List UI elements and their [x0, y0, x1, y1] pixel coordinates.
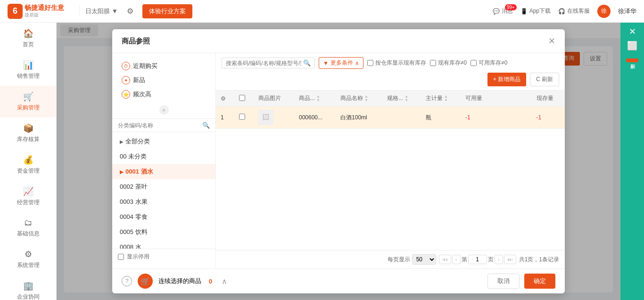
- sidebar-item-business[interactable]: 📈 经营管理: [0, 181, 56, 212]
- product-table-wrapper: ⚙ 商品图片 商品... ▲▼: [216, 91, 565, 250]
- category-item-0002[interactable]: 0002 茶叶: [112, 179, 215, 194]
- sidebar-item-system[interactable]: ⚙ 系统管理: [0, 243, 56, 275]
- triangle-icon-all: ▶: [120, 139, 124, 144]
- category-item-all[interactable]: ▶ 全部分类: [112, 134, 215, 149]
- footer-right: 取消 确定: [487, 274, 555, 289]
- category-item-0003[interactable]: 0003 水果: [112, 194, 215, 209]
- sidebar-label-basic: 基础信息: [17, 230, 40, 238]
- pagination: 每页显示 50 100 200 ⏮ ‹ 第: [216, 250, 565, 268]
- per-page-label: 每页显示: [388, 256, 410, 264]
- sort-icons-code: ▲▼: [316, 95, 320, 102]
- category-item-0008[interactable]: 0008 水: [112, 240, 215, 249]
- category-search-input[interactable]: [118, 122, 200, 129]
- by-warehouse-checkbox-label[interactable]: 按仓库显示现有库存: [367, 59, 426, 67]
- add-product-btn[interactable]: + 新增商品: [487, 73, 526, 86]
- recent-purchase-label: 近期购买: [133, 62, 157, 70]
- cancel-btn[interactable]: 取消: [487, 274, 520, 289]
- message-btn[interactable]: 💬 消息 99+: [493, 7, 513, 15]
- confirm-btn[interactable]: 确定: [524, 274, 555, 289]
- collapse-left-btn[interactable]: «: [159, 105, 169, 115]
- category-item-0004[interactable]: 0004 零食: [112, 209, 215, 225]
- th-code[interactable]: 商品... ▲▼: [294, 91, 336, 107]
- right-refresh-btn[interactable]: 刷新: [626, 58, 638, 62]
- enterprise-icon: 🏢: [23, 281, 33, 291]
- sidebar-label-purchase: 采购管理: [17, 104, 40, 112]
- home-icon: 🏠: [23, 28, 33, 39]
- usable-nonzero-text: 可用库存≠0: [479, 59, 507, 67]
- new-product-label: 新品: [133, 76, 145, 84]
- company-selector[interactable]: 日太阳膜 ▼: [85, 7, 118, 16]
- collapse-footer-btn[interactable]: ∧: [222, 277, 227, 286]
- modal-header: 商品参照 ✕: [112, 29, 565, 53]
- cell-checkbox[interactable]: [234, 107, 254, 129]
- first-page-btn[interactable]: ⏮: [439, 255, 451, 264]
- prev-page-btn[interactable]: ‹: [452, 255, 461, 264]
- show-disabled-checkbox[interactable]: [118, 254, 124, 260]
- recent-purchase-item[interactable]: ⏱ 近期购买: [118, 59, 210, 73]
- new-product-item[interactable]: ✦ 新品: [118, 73, 210, 87]
- header-divider: [79, 6, 80, 17]
- th-settings[interactable]: ⚙: [216, 91, 234, 107]
- category-search-icon[interactable]: 🔍: [202, 122, 210, 129]
- current-value: -1: [537, 114, 542, 121]
- sidebar-item-basic[interactable]: 🗂 基础信息: [0, 212, 56, 243]
- right-expand-icon[interactable]: ⬜: [627, 41, 637, 51]
- product-search-box: 🔍: [222, 58, 315, 68]
- modal-close-btn[interactable]: ✕: [548, 36, 555, 46]
- sidebar-item-enterprise[interactable]: 🏢 企业协同: [0, 275, 56, 300]
- app-layout: 🏠 首页 📊 销售管理 🛒 采购管理 📦 库存核算 💰 资金管理 📈 经营管理 …: [0, 23, 644, 300]
- category-label-all: 全部分类: [125, 137, 150, 146]
- refresh-btn[interactable]: C 刷新: [530, 73, 559, 86]
- th-current: [494, 91, 532, 107]
- per-page-dropdown[interactable]: 50 100 200: [412, 254, 436, 265]
- logo: 6 畅捷通好生意 捷易版: [8, 4, 64, 19]
- sidebar-item-finance[interactable]: 💰 资金管理: [0, 149, 56, 181]
- finance-icon: 💰: [23, 155, 33, 165]
- cart-icon[interactable]: 🛒: [138, 274, 153, 289]
- row-checkbox[interactable]: [239, 114, 245, 120]
- category-label-0001: 0001 酒水: [125, 167, 153, 176]
- modal-overlay: 商品参照 ✕ ⏱ 近期购买 ✦ 新: [57, 23, 620, 300]
- help-icon[interactable]: ?: [122, 276, 132, 286]
- next-page-btn[interactable]: ›: [495, 255, 503, 264]
- th-unit[interactable]: 主计量 ▲▼: [421, 91, 461, 107]
- category-item-0001[interactable]: ▶ 0001 酒水: [112, 164, 215, 179]
- sidebar-item-home[interactable]: 🏠 首页: [0, 23, 56, 54]
- page-navigation: ⏮ ‹ 第 页 › ⏭: [439, 255, 516, 264]
- modal-right-panel: 🔍 ▼ 更多条件 ∧ 按仓库显示现有库存: [216, 53, 565, 268]
- usable-nonzero-label[interactable]: 可用库存≠0: [471, 59, 507, 67]
- by-warehouse-checkbox[interactable]: [367, 60, 373, 66]
- sidebar-item-purchase[interactable]: 🛒 采购管理: [0, 86, 56, 117]
- right-panel-strip: ✕ ⬜ 刷新: [620, 23, 644, 300]
- th-name[interactable]: 商品名称 ▲▼: [336, 91, 382, 107]
- show-disabled-row: 显示停用: [112, 249, 215, 265]
- product-search-input[interactable]: [226, 60, 301, 67]
- online-service-btn[interactable]: 🎧 在线客服: [558, 7, 590, 15]
- th-image: 商品图片: [254, 91, 294, 107]
- th-spec[interactable]: 规格... ▲▼: [382, 91, 421, 107]
- modal-title: 商品参照: [122, 37, 150, 46]
- select-all-checkbox[interactable]: [239, 95, 245, 101]
- available-nonzero-text: 现有库存≠0: [438, 59, 467, 67]
- username[interactable]: 徐泽华: [618, 7, 636, 16]
- settings-icon[interactable]: ⚙: [124, 5, 137, 18]
- table-row[interactable]: 1 🖼 000600... 白酒100ml: [216, 107, 565, 129]
- available-nonzero-checkbox[interactable]: [430, 60, 436, 66]
- more-filter-btn[interactable]: ▼ 更多条件 ∧: [319, 57, 363, 69]
- available-nonzero-label[interactable]: 现有库存≠0: [430, 59, 467, 67]
- category-item-0005[interactable]: 0005 饮料: [112, 225, 215, 240]
- right-close-icon[interactable]: ✕: [629, 26, 636, 37]
- experience-btn[interactable]: 体验行业方案: [142, 4, 192, 18]
- sidebar-item-inventory[interactable]: 📦 库存核算: [0, 117, 56, 149]
- frequent-item[interactable]: ⭐ 频次高: [118, 87, 210, 101]
- sidebar-item-sales[interactable]: 📊 销售管理: [0, 54, 56, 86]
- usable-nonzero-checkbox[interactable]: [471, 60, 477, 66]
- product-search-icon[interactable]: 🔍: [303, 59, 311, 67]
- category-list: ▶ 全部分类 00 未分类 ▶ 0001 酒水 0002 茶: [112, 132, 215, 249]
- cell-current: -1: [532, 107, 565, 129]
- last-page-btn[interactable]: ⏭: [504, 255, 516, 264]
- app-download-btn[interactable]: 📱 App下载: [520, 7, 551, 15]
- category-item-00[interactable]: 00 未分类: [112, 149, 215, 164]
- available-value: -1: [465, 114, 471, 121]
- page-number-input[interactable]: [468, 255, 487, 264]
